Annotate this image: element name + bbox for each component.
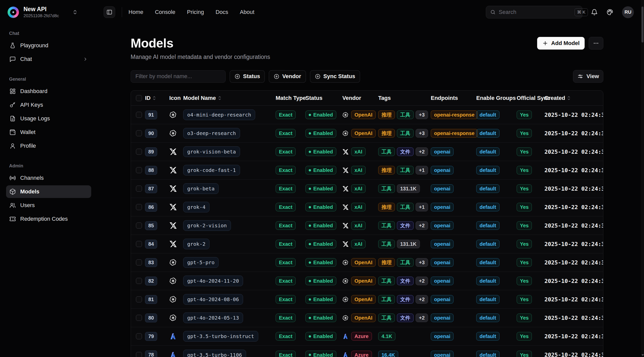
model-name-filter-input[interactable]	[131, 70, 226, 83]
model-name-chip: grok-2	[183, 239, 209, 249]
sidebar-item-label: API Keys	[20, 102, 43, 108]
status-dot	[309, 317, 311, 319]
sidebar-item-channels[interactable]: Channels	[6, 172, 91, 184]
brand-logo	[8, 7, 19, 18]
notifications-bell-icon[interactable]	[591, 9, 598, 16]
sidebar-item-api-keys[interactable]: API Keys	[6, 99, 91, 111]
sidebar-item-profile[interactable]: Profile	[6, 140, 91, 152]
sidebar-item-chat[interactable]: Chat	[6, 53, 91, 65]
table-row[interactable]: 87 grok-beta Exact Enabled xAI 工具131.1K …	[131, 180, 603, 198]
row-id-badge: 79	[145, 332, 157, 341]
table-row[interactable]: 81 gpt-4o-2024-08-06 Exact Enabled OpenA…	[131, 290, 603, 309]
sidebar-item-playground[interactable]: Playground	[6, 39, 91, 52]
model-icon	[169, 148, 183, 155]
vendor-badge: OpenAI	[351, 129, 376, 138]
sort-icon[interactable]	[153, 96, 156, 101]
table-row[interactable]: 83 gpt-5-pro Exact Enabled OpenAI 推理工具+3…	[131, 253, 603, 272]
row-checkbox[interactable]	[136, 204, 142, 210]
scrollbar-thumb[interactable]	[641, 7, 643, 42]
row-checkbox[interactable]	[136, 296, 142, 302]
panel-left-icon	[106, 9, 112, 15]
row-checkbox[interactable]	[136, 130, 142, 136]
sidebar-item-dashboard[interactable]: Dashboard	[6, 85, 91, 98]
status-dot	[309, 206, 311, 208]
theme-palette-icon[interactable]	[606, 9, 613, 16]
model-icon	[169, 111, 183, 119]
row-checkbox[interactable]	[136, 222, 142, 229]
sort-icon[interactable]	[567, 96, 570, 101]
model-name-chip: gpt-4o-2024-08-06	[183, 294, 243, 305]
row-checkbox[interactable]	[136, 278, 142, 284]
row-checkbox[interactable]	[136, 186, 142, 192]
filter-vendor-button[interactable]: Vendor	[269, 70, 306, 83]
global-search[interactable]: ⌘ K	[486, 6, 582, 18]
column-header-groups: Enable Groups	[476, 95, 516, 101]
main-content: Models Manage AI model metadata and vend…	[97, 24, 644, 357]
official-sync-badge: Yes	[517, 314, 532, 322]
search-input[interactable]	[499, 9, 571, 15]
table-row[interactable]: 86 grok-4 Exact Enabled xAI 推理工具+1 opena…	[131, 198, 603, 216]
sort-icon[interactable]	[218, 96, 221, 101]
chevron-right-icon	[83, 57, 88, 62]
add-model-button[interactable]: Add Model	[537, 37, 585, 50]
table-row[interactable]: 78 gpt-3.5-turbo-1106 Exact Enabled Azur…	[131, 346, 603, 357]
row-checkbox[interactable]	[136, 167, 142, 173]
nav-link-pricing[interactable]: Pricing	[187, 9, 204, 15]
tag-badge: 推理	[378, 110, 395, 119]
sidebar-item-users[interactable]: Users	[6, 199, 91, 212]
scrollbar-down-arrow[interactable]	[641, 354, 644, 356]
tag-badge: +3	[416, 110, 428, 119]
page-scrollbar[interactable]	[641, 0, 644, 357]
row-checkbox[interactable]	[136, 149, 142, 155]
table-row[interactable]: 89 grok-vision-beta Exact Enabled xAI 工具…	[131, 143, 603, 161]
row-checkbox[interactable]	[136, 241, 142, 247]
table-row[interactable]: 84 grok-2 Exact Enabled xAI 工具131.1K ope…	[131, 235, 603, 253]
sidebar-item-usage-logs[interactable]: Usage Logs	[6, 112, 91, 125]
nav-link-docs[interactable]: Docs	[216, 9, 228, 15]
status-label: Enabled	[313, 149, 333, 154]
nav-link-console[interactable]: Console	[155, 9, 175, 15]
table-row[interactable]: 90 o3-deep-research Exact Enabled OpenAI…	[131, 124, 603, 143]
row-checkbox[interactable]	[136, 259, 142, 265]
endpoint-badge: openai	[431, 277, 454, 285]
key-icon	[9, 102, 16, 108]
table-row[interactable]: 82 gpt-4o-2024-11-20 Exact Enabled OpenA…	[131, 272, 603, 290]
tags-cell: 16.4K	[378, 351, 431, 357]
more-actions-button[interactable]	[589, 37, 603, 50]
row-checkbox[interactable]	[136, 315, 142, 321]
filter-status-button[interactable]: Status	[230, 70, 265, 83]
nav-link-home[interactable]: Home	[129, 9, 144, 15]
sidebar-item-models[interactable]: Models	[6, 185, 91, 198]
select-all-checkbox[interactable]	[136, 95, 142, 101]
group-badge: default	[476, 184, 499, 193]
brand[interactable]: New API 20251108-2fd7d8c	[8, 6, 59, 18]
sidebar-item-redemption-codes[interactable]: Redemption Codes	[6, 213, 91, 225]
nav-link-about[interactable]: About	[240, 9, 254, 15]
status-badge: Enabled	[305, 277, 336, 285]
users-icon	[9, 202, 16, 209]
sidebar-toggle-button[interactable]	[104, 6, 115, 18]
endpoint-badge: openai	[431, 258, 454, 267]
created-cell: 2025-10-22 02:24:3	[544, 112, 603, 118]
row-id-badge: 82	[145, 277, 157, 285]
user-avatar[interactable]: RU	[622, 6, 634, 18]
endpoint-badge: openai-response	[431, 129, 478, 138]
status-dot	[309, 169, 311, 171]
table-row[interactable]: 79 gpt-3.5-turbo-instruct Exact Enabled …	[131, 327, 603, 346]
chevrons-up-down-icon[interactable]	[72, 9, 78, 15]
vendor-icon	[342, 149, 349, 155]
view-options-button[interactable]: View	[573, 70, 603, 83]
row-checkbox[interactable]	[136, 333, 142, 339]
endpoint-badge: openai-response	[431, 110, 478, 119]
status-badge: Enabled	[305, 129, 336, 138]
row-checkbox[interactable]	[136, 112, 142, 118]
tags-cell: 推理工具+3	[378, 258, 431, 267]
table-row[interactable]: 80 gpt-4o-2024-05-13 Exact Enabled OpenA…	[131, 309, 603, 327]
table-row[interactable]: 88 grok-code-fast-1 Exact Enabled xAI 推理…	[131, 161, 603, 180]
row-checkbox[interactable]	[136, 352, 142, 357]
created-cell: 2025-10-22 02:24:3	[544, 315, 603, 321]
table-row[interactable]: 91 o4-mini-deep-research Exact Enabled O…	[131, 106, 603, 124]
table-row[interactable]: 85 grok-2-vision Exact Enabled xAI 工具文件+…	[131, 216, 603, 235]
filter-sync-status-button[interactable]: Sync Status	[310, 70, 360, 83]
sidebar-item-wallet[interactable]: Wallet	[6, 126, 91, 139]
